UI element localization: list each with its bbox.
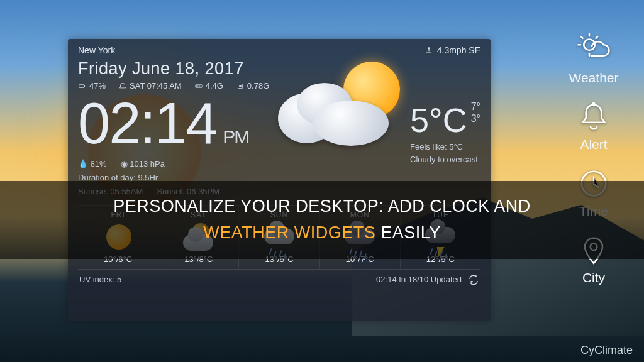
temp-hi: 7° <box>471 101 480 112</box>
pressure-value: 1013 hPa <box>130 159 165 168</box>
svg-rect-0 <box>79 84 84 87</box>
clock-display: 02:14 PM <box>78 94 248 152</box>
bell-icon <box>576 99 611 134</box>
weather-icon <box>576 33 611 68</box>
wind-value: 4.3mph SE <box>437 45 480 55</box>
wind-icon <box>425 46 433 55</box>
feels-like: Feels like: 5°C <box>410 141 480 153</box>
weather-widget[interactable]: New York 4.3mph SE Friday June 18, 2017 … <box>68 39 491 321</box>
svg-rect-4 <box>239 85 242 87</box>
clock-ampm: PM <box>223 128 248 146</box>
headline-rest: EASILY <box>375 223 441 242</box>
battery-icon <box>78 82 87 90</box>
alarm-value: SAT 07:45 AM <box>130 81 182 90</box>
refresh-icon[interactable] <box>468 273 479 285</box>
alarm-icon <box>118 82 127 90</box>
sidebar-item-alert[interactable]: Alert <box>556 99 631 152</box>
uv-index: UV index: 5 <box>79 275 121 284</box>
headline-accent: WEATHER WIDGETS <box>203 223 375 242</box>
clock-time: 02:14 <box>78 94 216 152</box>
headline-text: PERSONALIZE YOUR DESKTOP: ADD CLOCK AND … <box>113 194 531 246</box>
svg-line-10 <box>596 36 598 38</box>
current-weather-icon <box>278 62 404 143</box>
svg-point-11 <box>592 102 595 105</box>
network-icon <box>194 82 203 90</box>
sidebar-label: Alert <box>580 137 607 152</box>
sidebar-item-weather[interactable]: Weather <box>556 33 631 85</box>
last-updated: 02:14 fri 18/10 Updated <box>376 275 462 284</box>
svg-line-9 <box>581 36 583 38</box>
sidebar-label: City <box>582 270 605 285</box>
current-temp: 5°C <box>410 101 467 140</box>
headline-line1: PERSONALIZE YOUR DESKTOP: ADD CLOCK AND <box>113 197 531 216</box>
brand-watermark: CyClimate <box>580 344 633 357</box>
battery-value: 47% <box>89 81 106 90</box>
network-value: 4.4G <box>206 81 223 90</box>
headline-banner: PERSONALIZE YOUR DESKTOP: ADD CLOCK AND … <box>0 181 644 259</box>
sidebar-label: Weather <box>569 70 619 85</box>
cpu-value: 0.78G <box>247 81 269 90</box>
conditions-desc: Cloudy to overcast <box>410 153 480 166</box>
desktop-background: New York 4.3mph SE Friday June 18, 2017 … <box>0 0 644 362</box>
cpu-icon <box>236 82 245 90</box>
city-label[interactable]: New York <box>78 45 115 55</box>
temp-lo: 3° <box>471 112 480 124</box>
humidity-value: 81% <box>91 159 107 168</box>
wind-indicator: 4.3mph SE <box>425 45 480 55</box>
svg-rect-1 <box>84 85 85 86</box>
